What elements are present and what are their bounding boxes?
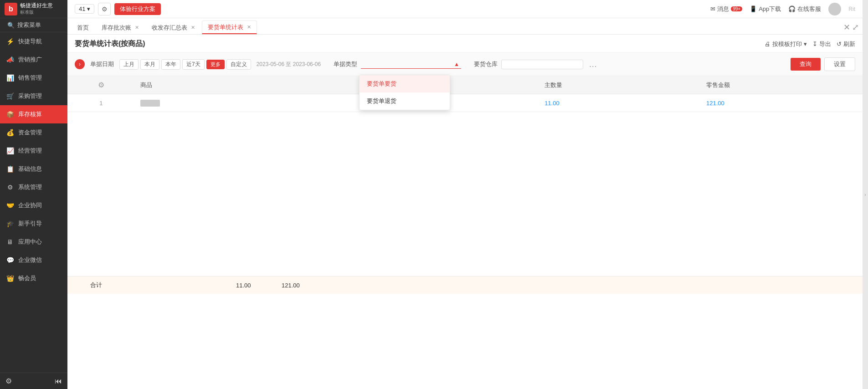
sidebar-search[interactable]: 🔍 搜索菜单	[0, 18, 67, 32]
purchase-icon: 🛒	[5, 92, 15, 101]
sidebar-item-app-center[interactable]: 🖥 应用中心	[0, 233, 67, 251]
column-config-icon[interactable]: ⚙	[98, 81, 104, 89]
settings-icon[interactable]: ⚙	[5, 377, 12, 385]
finance-icon: 💰	[5, 128, 15, 137]
page-title: 要货单统计表(按商品)	[75, 39, 145, 49]
store-number: 41	[79, 5, 85, 12]
sidebar-item-system[interactable]: ⚙ 系统管理	[0, 178, 67, 196]
right-collapse-icon: ›	[864, 192, 866, 197]
th-gear[interactable]: ⚙	[67, 76, 135, 94]
sidebar-item-label: 畅会员	[18, 274, 36, 282]
row-qty: 11.00	[539, 94, 701, 112]
inventory-icon: 📦	[5, 110, 15, 119]
app-download-button[interactable]: 📱 App下载	[750, 5, 781, 13]
tab-close-icon[interactable]: ✕	[191, 25, 195, 31]
type-input-wrap: ▲	[361, 60, 461, 69]
tabs-expand-button[interactable]: ✕ ⤢	[843, 22, 859, 34]
sidebar-item-operations[interactable]: 📈 经营管理	[0, 142, 67, 160]
row-index: 1	[67, 94, 135, 112]
marketing-icon: 📣	[5, 55, 15, 64]
export-button[interactable]: ↧ 导出	[812, 40, 831, 48]
sidebar-item-basics[interactable]: 📋 基础信息	[0, 160, 67, 178]
tab-home[interactable]: 首页	[71, 20, 95, 34]
date-quick-buttons: 上月 本月 本年 近7天 更多 自定义	[119, 59, 251, 70]
app-download-label: App下载	[759, 5, 781, 13]
dropdown-item-0[interactable]: 要货单要货	[360, 75, 450, 92]
wechat-icon: 💬	[5, 256, 15, 265]
sidebar-item-label: 快捷导航	[18, 37, 42, 46]
sidebar-item-label: 基础信息	[18, 165, 42, 173]
page-content-area: 要货单统计表(按商品) 🖨 按模板打印 ▾ ↧ 导出 ↺ 刷新	[67, 35, 863, 389]
sidebar-item-purchase[interactable]: 🛒 采购管理	[0, 87, 67, 105]
sidebar-item-enterprise[interactable]: 🤝 企业协同	[0, 196, 67, 215]
date-curr-month-btn[interactable]: 本月	[140, 59, 159, 70]
date-custom-btn[interactable]: 自定义	[226, 59, 251, 70]
type-filter-section: 单据类型 ▲	[334, 60, 461, 69]
filter-more-icon[interactable]: …	[589, 60, 597, 69]
trial-button[interactable]: 体验行业方案	[114, 3, 161, 15]
tab-requisition-stats-label: 要货单统计表	[208, 23, 243, 31]
date-prev-month-btn[interactable]: 上月	[119, 59, 139, 70]
tab-requisition-stats[interactable]: 要货单统计表 ✕	[202, 20, 257, 34]
sidebar-item-member[interactable]: 👑 畅会员	[0, 269, 67, 287]
right-collapse-handle[interactable]: ›	[863, 0, 868, 389]
amount-link[interactable]: 121.00	[706, 100, 724, 107]
search-icon: 🔍	[7, 22, 15, 29]
page-actions: 🖨 按模板打印 ▾ ↧ 导出 ↺ 刷新	[765, 40, 855, 48]
sidebar-item-label: 库存核算	[18, 110, 42, 118]
member-icon: 👑	[5, 274, 15, 283]
tab-close-icon[interactable]: ✕	[135, 25, 139, 31]
sidebar-item-wechat[interactable]: 💬 企业微信	[0, 251, 67, 269]
page-header: 要货单统计表(按商品) 🖨 按模板打印 ▾ ↧ 导出 ↺ 刷新	[67, 35, 863, 53]
chevron-right-icon: ›	[79, 61, 81, 67]
total-qty: 11.00	[236, 282, 282, 289]
product-name-blurred	[140, 100, 160, 107]
sidebar-item-label: 企业协同	[18, 201, 42, 210]
refresh-label: 刷新	[843, 40, 855, 48]
tab-close-icon[interactable]: ✕	[247, 24, 251, 30]
collapse-icon[interactable]: ⏮	[55, 377, 62, 385]
date-7days-btn[interactable]: 近7天	[182, 59, 205, 70]
header-gear-button[interactable]: ⚙	[98, 3, 111, 15]
print-icon: 🖨	[765, 41, 770, 47]
query-button[interactable]: 查询	[791, 58, 821, 71]
sidebar-item-sales[interactable]: 📊 销售管理	[0, 69, 67, 87]
online-service-label: 在线客服	[797, 5, 821, 13]
warehouse-filter-input[interactable]	[501, 60, 583, 69]
online-service-button[interactable]: 🎧 在线客服	[788, 5, 821, 13]
print-button[interactable]: 🖨 按模板打印 ▾	[765, 40, 807, 48]
sidebar-item-marketing[interactable]: 📣 营销推广	[0, 51, 67, 69]
tab-inventory-batch-label: 库存批次账	[102, 24, 131, 32]
sidebar-item-guide[interactable]: 🎓 新手引导	[0, 215, 67, 233]
date-range-text: 2023-05-06 至 2023-06-06	[257, 61, 321, 68]
store-select[interactable]: 41 ▾	[75, 4, 94, 14]
sidebar-footer: ⚙ ⏮	[0, 373, 67, 389]
operations-icon: 📈	[5, 146, 15, 155]
type-chevron-up-icon[interactable]: ▲	[454, 61, 459, 67]
user-avatar[interactable]	[828, 3, 841, 15]
dropdown-item-1[interactable]: 要货单退货	[360, 92, 450, 110]
tab-inventory-batch[interactable]: 库存批次账 ✕	[96, 20, 145, 34]
page-inner: 要货单统计表(按商品) 🖨 按模板打印 ▾ ↧ 导出 ↺ 刷新	[67, 35, 863, 389]
type-filter-input[interactable]	[361, 60, 461, 69]
sidebar-item-inventory[interactable]: 📦 库存核算	[0, 105, 67, 123]
table-footer: 合计 11.00 121.00	[67, 276, 863, 294]
export-label: 导出	[819, 40, 831, 48]
app-logo-icon: b	[5, 3, 17, 15]
sidebar-item-finance[interactable]: 💰 资金管理	[0, 123, 67, 142]
filter-settings-button[interactable]: 设置	[824, 57, 855, 71]
sidebar-item-quick-nav[interactable]: ⚡ 快捷导航	[0, 32, 67, 51]
tab-receipt-summary[interactable]: 收发存汇总表 ✕	[146, 20, 201, 34]
sidebar-item-label: 系统管理	[18, 183, 42, 191]
refresh-button[interactable]: ↺ 刷新	[837, 40, 855, 48]
date-curr-year-btn[interactable]: 本年	[161, 59, 180, 70]
warehouse-filter-label: 要货仓库	[474, 60, 498, 68]
filter-expand-button[interactable]: ›	[75, 59, 85, 69]
date-more-btn[interactable]: 更多	[206, 60, 225, 69]
data-table: ⚙ 商品 主计量单位 主数量 零售金额 1	[67, 76, 863, 112]
warehouse-filter-section: 要货仓库 …	[474, 60, 597, 69]
qty-link[interactable]: 11.00	[544, 100, 560, 107]
sales-icon: 📊	[5, 73, 15, 82]
message-button[interactable]: ✉ 消息 99+	[710, 5, 742, 13]
filter-action-buttons: 查询 设置	[791, 57, 855, 71]
